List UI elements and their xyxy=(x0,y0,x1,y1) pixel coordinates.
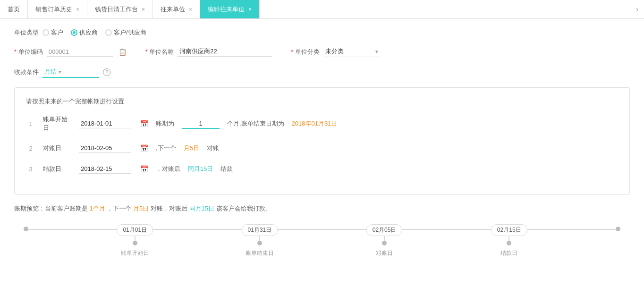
period-desc-1-prefix: 账期为 xyxy=(156,119,174,128)
timeline-label-1: 账单开始日 xyxy=(121,249,149,257)
preview-section: 账期预览：当前客户账期是 1个月 ，下一个 月5日 对账，对账后 同月15日 该… xyxy=(14,204,630,213)
payment-row: 收款条件 月结 ▾ ? xyxy=(14,67,630,78)
payment-select[interactable]: 月结 ▾ xyxy=(42,67,99,78)
tab-edit-partner[interactable]: 编辑往来单位 × xyxy=(200,0,260,18)
timeline-node-3: 02月05日 对账日 xyxy=(366,224,403,257)
recon-date-input[interactable] xyxy=(79,144,131,153)
timeline: 01月01日 账单开始日 01月31日 账单结束日 02月05日 xyxy=(14,224,630,257)
timeline-label-2: 账单结束日 xyxy=(246,249,274,257)
period-months-input[interactable] xyxy=(182,119,220,129)
period-desc-1-suffix: 个月,账单结束日期为 xyxy=(227,119,284,128)
timeline-badge-3: 02月05日 xyxy=(366,224,403,236)
period-label-1: 账单开始日 xyxy=(43,115,71,132)
unit-code-input[interactable] xyxy=(47,47,113,57)
period-num-3: 3 xyxy=(26,166,35,173)
period-num-1: 1 xyxy=(26,120,35,127)
unit-name-input[interactable] xyxy=(178,47,272,57)
card-instruction: 请按照未来的一个完整帐期进行设置 xyxy=(26,97,618,106)
unit-type-item: 单位类型 客户 供应商 客户/供应商 xyxy=(14,28,146,37)
tabs-arrow[interactable]: › xyxy=(630,5,644,14)
preview-highlight3: 同月15日 xyxy=(189,205,214,212)
recon-highlight: 月5日 xyxy=(184,144,199,152)
radio-customer[interactable]: 客户 xyxy=(42,28,63,37)
period-num-2: 2 xyxy=(26,145,35,152)
close-partners[interactable]: × xyxy=(189,6,192,13)
preview-suffix: 该客户会给我打款。 xyxy=(216,205,271,212)
preview-mid1: ，下一个 xyxy=(107,205,131,212)
unit-name-item: 单位名称 xyxy=(145,47,272,57)
payment-highlight: 同月15日 xyxy=(188,165,213,173)
payment-date-input[interactable] xyxy=(79,164,131,174)
period-end-date: 2018年01月31日 xyxy=(292,119,338,128)
unit-name-label: 单位名称 xyxy=(145,48,174,56)
unit-code-item: 单位编码 📋 xyxy=(14,47,127,57)
help-icon[interactable]: ? xyxy=(103,68,110,76)
tab-partners[interactable]: 往来单位 × xyxy=(153,0,200,18)
period-desc-3-suffix: 结款 xyxy=(220,165,233,173)
preview-prefix: 账期预览：当前客户账期是 xyxy=(14,205,88,212)
chevron-down-icon: ▾ xyxy=(375,49,378,55)
close-sales-history[interactable]: × xyxy=(76,6,79,13)
tab-sales-history[interactable]: 销售订单历史 × xyxy=(28,0,87,18)
payment-chevron-icon: ▾ xyxy=(59,69,61,75)
unit-category-select[interactable]: 未分类 ▾ xyxy=(323,46,380,57)
unit-code-label: 单位编码 xyxy=(14,48,43,56)
unit-type-label: 单位类型 xyxy=(14,28,39,37)
timeline-badge-1: 01月01日 xyxy=(117,224,153,236)
period-desc-2-prefix: ,下一个 xyxy=(156,144,176,152)
preview-mid2: 对账，对账后 xyxy=(151,205,187,212)
payment-label: 收款条件 xyxy=(14,68,39,76)
timeline-label-4: 结款日 xyxy=(500,249,517,257)
preview-highlight1: 1个月 xyxy=(90,205,105,212)
close-edit-partner[interactable]: × xyxy=(248,6,252,13)
tab-cash-work[interactable]: 钱货日清工作台 × xyxy=(87,0,153,18)
period-row-2: 2 对账日 📅 ,下一个 月5日 对账 xyxy=(26,144,618,153)
period-row-3: 3 结款日 📅 ，对账后 同月15日 结款 xyxy=(26,164,618,174)
timeline-node-4: 02月15日 结款日 xyxy=(491,224,527,257)
timeline-node-1: 01月01日 账单开始日 xyxy=(117,224,153,257)
period-desc-2-suffix: 对账 xyxy=(207,144,219,152)
card-section: 请按照未来的一个完整帐期进行设置 1 账单开始日 📅 账期为 个月,账单结束日期… xyxy=(14,87,630,195)
period-label-2: 对账日 xyxy=(43,144,71,152)
unit-category-label: 单位分类 xyxy=(291,48,320,56)
start-date-cal-icon[interactable]: 📅 xyxy=(140,120,148,127)
period-label-3: 结款日 xyxy=(43,165,71,173)
radio-circle-supplier xyxy=(71,29,77,36)
unit-info-row: 单位编码 📋 单位名称 单位分类 未分类 ▾ xyxy=(14,46,630,57)
main-content: 单位类型 客户 供应商 客户/供应商 单位编码 📋 xyxy=(0,19,644,287)
radio-circle-customer xyxy=(42,29,49,36)
recon-date-cal-icon[interactable]: 📅 xyxy=(140,144,148,152)
period-row-1: 1 账单开始日 📅 账期为 个月,账单结束日期为 2018年01月31日 xyxy=(26,115,618,132)
timeline-badge-2: 01月31日 xyxy=(242,224,278,236)
unit-category-item: 单位分类 未分类 ▾ xyxy=(291,46,380,57)
tab-home[interactable]: 首页 xyxy=(0,0,28,18)
radio-supplier[interactable]: 供应商 xyxy=(71,28,98,37)
close-cash-work[interactable]: × xyxy=(142,6,145,13)
timeline-label-3: 对账日 xyxy=(376,249,393,257)
unit-category-value: 未分类 xyxy=(325,47,375,56)
period-desc-3-prefix: ，对账后 xyxy=(156,165,180,173)
timeline-badge-4: 02月15日 xyxy=(491,224,527,236)
preview-highlight2: 月5日 xyxy=(133,205,149,212)
tabs-bar: 首页 销售订单历史 × 钱货日清工作台 × 往来单位 × 编辑往来单位 × › xyxy=(0,0,644,19)
radio-circle-both xyxy=(105,29,112,36)
radio-group: 客户 供应商 客户/供应商 xyxy=(42,28,146,37)
payment-value: 月结 xyxy=(44,68,57,76)
start-date-input[interactable] xyxy=(79,119,131,128)
radio-both[interactable]: 客户/供应商 xyxy=(105,28,146,37)
timeline-node-2: 01月31日 账单结束日 xyxy=(242,224,278,257)
unit-type-row: 单位类型 客户 供应商 客户/供应商 xyxy=(14,28,630,37)
payment-date-cal-icon[interactable]: 📅 xyxy=(140,165,148,173)
unit-code-icon[interactable]: 📋 xyxy=(119,48,127,56)
